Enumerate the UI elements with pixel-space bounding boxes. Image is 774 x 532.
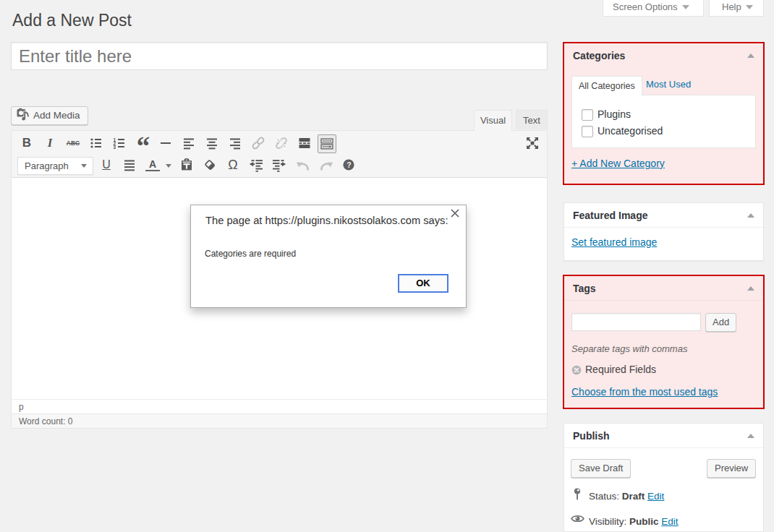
svg-text:?: ? [346, 160, 351, 169]
svg-text:3: 3 [114, 145, 116, 150]
